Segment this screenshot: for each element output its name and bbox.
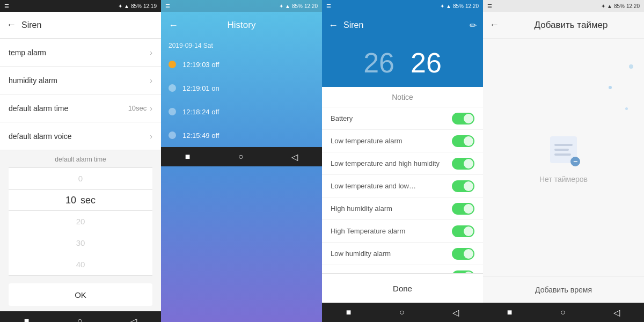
toggle-row-low-temp-high-hum[interactable]: Low temperature and high humidity — [322, 152, 483, 175]
toggle-high-temp-hum[interactable] — [452, 270, 474, 274]
back-button-3[interactable]: ← — [328, 20, 338, 31]
back-button-1[interactable]: ← — [6, 19, 16, 31]
nav-home-4[interactable]: ○ — [560, 308, 566, 317]
picker-item-4[interactable]: 40 — [9, 254, 152, 275]
picker-item-2[interactable]: 20 — [9, 211, 152, 232]
done-btn-wrap: Done — [322, 273, 483, 303]
picker-label: default alarm time — [9, 156, 152, 163]
menu-label-alarm-voice: default alarm voice — [9, 132, 72, 141]
status-right-3: ✦ ▲ 85% 12:20 — [440, 3, 479, 9]
menu-item-temp-alarm[interactable]: temp alarm › — [0, 39, 161, 67]
arrow-humidity: › — [150, 76, 152, 85]
toggle-label-high-hum: High humidity alarm — [331, 204, 392, 213]
menu-item-alarm-voice[interactable]: default alarm voice › — [0, 122, 161, 150]
toggle-row-low-hum[interactable]: Low humidity alarm — [322, 243, 483, 265]
menu-right-alarm-time: 10sec › — [128, 104, 152, 113]
status-right-1: ✦ ▲ 85% 12:19 — [118, 3, 157, 9]
add-time-btn-wrap: Добавить время — [483, 276, 644, 303]
nav-back-3[interactable]: ◁ — [452, 308, 459, 318]
nav-back-1[interactable]: ◁ — [130, 316, 137, 323]
toggle-low-hum[interactable] — [452, 248, 474, 260]
minus-icon: − — [570, 157, 580, 166]
bluetooth-icon-2: ✦ — [279, 3, 283, 9]
panel-history: ☰ ✦ ▲ 85% 12:20 ← History 2019-09-14 Sat… — [161, 0, 322, 322]
toggle-high-temp[interactable] — [452, 225, 474, 237]
menu-right-humidity: › — [150, 76, 152, 85]
empty-icon-line-3 — [554, 153, 571, 156]
signal-icon-3: ▲ — [446, 3, 451, 9]
hist-dot-0 — [169, 61, 176, 68]
signal-icon-2: ▲ — [285, 3, 290, 9]
status-time-2: 12:20 — [304, 3, 318, 9]
toggle-low-temp-high-hum[interactable] — [452, 158, 474, 170]
menu-item-humidity-alarm[interactable]: humidity alarm › — [0, 67, 161, 94]
nav-back-4[interactable]: ◁ — [613, 308, 620, 318]
history-item-0[interactable]: 12:19:03 off — [161, 53, 322, 76]
signal-icon: ▲ — [124, 3, 129, 9]
menu-right-temp: › — [150, 48, 152, 57]
panel3-header: ← Siren ✏ — [322, 12, 483, 39]
toggle-row-high-hum[interactable]: High humidity alarm — [322, 197, 483, 220]
menu-label-alarm-time: default alarm time — [9, 104, 68, 113]
toggle-high-hum[interactable] — [452, 203, 474, 215]
hist-time-1: 12:19:01 on — [182, 84, 219, 92]
status-bar-2: ☰ ✦ ▲ 85% 12:20 — [161, 0, 322, 12]
picker-item-3[interactable]: 30 — [9, 232, 152, 254]
arrow-temp: › — [150, 48, 152, 57]
status-time-3: 12:20 — [465, 3, 479, 9]
status-left-2: ☰ — [165, 3, 170, 9]
status-right-4: ✦ ▲ 85% 12:20 — [601, 3, 640, 9]
nav-bar-2: ■ ○ ◁ — [161, 147, 322, 166]
picker-unit: sec — [80, 189, 96, 211]
toggle-low-temp[interactable] — [452, 135, 474, 147]
picker-item-0[interactable]: 0 — [9, 168, 152, 189]
bluetooth-icon-3: ✦ — [440, 3, 444, 9]
nav-home-3[interactable]: ○ — [399, 308, 405, 317]
nav-menu-3[interactable]: ■ — [346, 308, 352, 317]
ok-button[interactable]: OK — [9, 283, 152, 306]
empty-state: − Нет таймеров — [483, 39, 644, 276]
nav-menu-1[interactable]: ■ — [24, 316, 30, 322]
status-bar-1: ☰ ✦ ▲ 85% 12:19 — [0, 0, 161, 12]
history-item-3[interactable]: 12:15:49 off — [161, 123, 322, 147]
battery-percent-1: 85% — [131, 3, 142, 9]
back-button-history[interactable]: ← — [169, 20, 178, 31]
status-left-4: ☰ — [487, 3, 492, 9]
menu-item-alarm-time[interactable]: default alarm time 10sec › — [0, 94, 161, 122]
nav-menu-4[interactable]: ■ — [507, 308, 513, 317]
empty-text: Нет таймеров — [539, 175, 588, 184]
date-num-2: 26 — [411, 47, 442, 79]
edit-button[interactable]: ✏ — [470, 20, 477, 31]
date-picker-row: 26 26 — [322, 39, 483, 87]
history-item-1[interactable]: 12:19:01 on — [161, 76, 322, 100]
toggle-battery[interactable] — [452, 113, 474, 125]
signal-icon-4: ▲ — [607, 3, 612, 9]
menu-list-1: temp alarm › humidity alarm › default al… — [0, 39, 161, 150]
status-right-2: ✦ ▲ 85% 12:20 — [279, 3, 318, 9]
history-item-2[interactable]: 12:18:24 off — [161, 100, 322, 123]
toggle-list: Battery Low temperature alarm Low temper… — [322, 107, 483, 273]
picker-item-selected[interactable]: 10 sec — [9, 189, 152, 211]
page-title-4: Добавить таймер — [535, 20, 608, 31]
toggle-row-high-temp[interactable]: High Temperature alarm — [322, 220, 483, 243]
nav-menu-2[interactable]: ■ — [185, 152, 191, 162]
decor-dot-2 — [609, 86, 612, 89]
nav-bar-3: ■ ○ ◁ — [322, 303, 483, 322]
nav-home-1[interactable]: ○ — [77, 316, 83, 322]
nav-bar-4: ■ ○ ◁ — [483, 303, 644, 322]
toggle-row-low-temp[interactable]: Low temperature alarm — [322, 130, 483, 152]
nav-back-2[interactable]: ◁ — [291, 152, 298, 162]
done-button[interactable]: Done — [331, 278, 474, 298]
battery-percent-4: 85% — [614, 3, 625, 9]
empty-icon-line-2 — [554, 149, 569, 151]
nav-home-2[interactable]: ○ — [238, 152, 244, 162]
add-time-button[interactable]: Добавить время — [535, 286, 592, 294]
toggle-row-low-temp-low-hum[interactable]: Low temperature and low humidity ala... — [322, 175, 483, 197]
toggle-row-high-temp-hum[interactable]: High temperature and humidity — [322, 265, 483, 273]
picker-scroll[interactable]: 0 10 sec 20 30 40 — [9, 167, 152, 276]
back-button-4[interactable]: ← — [489, 19, 499, 31]
toggle-label-high-temp: High Temperature alarm — [331, 227, 405, 235]
toggle-label-low-temp-high-hum: Low temperature and high humidity — [331, 159, 440, 167]
toggle-low-temp-low-hum[interactable] — [452, 180, 474, 192]
toggle-row-battery[interactable]: Battery — [322, 107, 483, 130]
